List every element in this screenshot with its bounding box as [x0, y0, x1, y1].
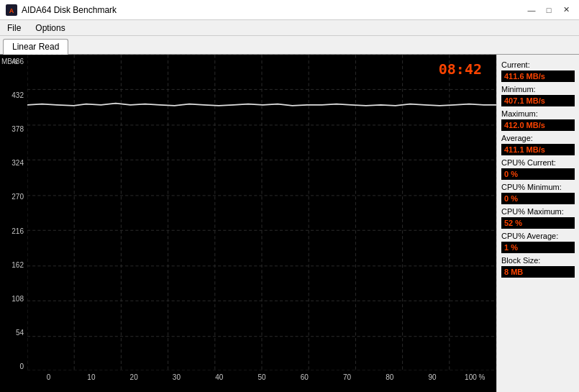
maximum-label: Maximum:: [501, 109, 575, 118]
x-label-100: 100 %: [454, 373, 496, 381]
cpu-average-value: 1 %: [501, 242, 575, 253]
current-label: Current:: [501, 60, 575, 69]
cpu-minimum-value: 0 %: [501, 193, 575, 204]
y-label-0: 0: [1, 363, 26, 370]
x-label-70: 70: [326, 373, 368, 381]
x-label-80: 80: [368, 373, 411, 381]
y-label-486: 486: [1, 58, 26, 65]
svg-text:A: A: [9, 7, 14, 14]
tab-linear-read[interactable]: Linear Read: [3, 39, 68, 55]
minimum-value: 407.1 MB/s: [501, 95, 575, 106]
average-value: 411.1 MB/s: [501, 144, 575, 155]
current-value: 411.6 MB/s: [501, 70, 575, 82]
y-label-432: 432: [1, 91, 26, 99]
y-label-162: 162: [1, 261, 26, 269]
cpu-maximum-label: CPU% Maximum:: [501, 207, 575, 216]
main-content: MB/s 486 432 378 324 270 216 162 108 54 …: [0, 55, 579, 392]
cpu-minimum-label: CPU% Minimum:: [501, 183, 575, 191]
x-label-20: 20: [113, 373, 155, 381]
cpu-current-value: 0 %: [501, 168, 575, 180]
menu-options[interactable]: Options: [28, 22, 72, 35]
chart-canvas: [27, 55, 496, 370]
tab-bar: Linear Read: [0, 36, 579, 55]
chart-area: MB/s 486 432 378 324 270 216 162 108 54 …: [0, 55, 496, 392]
menu-file[interactable]: File: [0, 22, 28, 35]
minimum-label: Minimum:: [501, 85, 575, 94]
average-label: Average:: [501, 134, 575, 142]
block-size-value: 8 MB: [501, 266, 575, 278]
menu-bar: File Options: [0, 20, 579, 36]
x-label-50: 50: [240, 373, 283, 381]
y-label-324: 324: [1, 159, 26, 167]
block-size-label: Block Size:: [501, 256, 575, 265]
minimize-button[interactable]: —: [524, 4, 539, 17]
x-label-40: 40: [198, 373, 240, 381]
x-label-10: 10: [70, 373, 112, 381]
app-icon: A: [6, 4, 17, 16]
y-label-108: 108: [1, 295, 26, 303]
title-bar-controls: — □ ✕: [524, 4, 573, 17]
stats-panel: Current: 411.6 MB/s Minimum: 407.1 MB/s …: [496, 55, 579, 392]
cpu-current-label: CPU% Current:: [501, 158, 575, 167]
y-label-216: 216: [1, 227, 26, 235]
x-label-90: 90: [411, 373, 453, 381]
title-bar: A AIDA64 Disk Benchmark — □ ✕: [0, 0, 579, 20]
chart-svg: [27, 55, 496, 370]
title-bar-left: A AIDA64 Disk Benchmark: [6, 4, 117, 16]
y-label-270: 270: [1, 193, 26, 201]
maximum-value: 412.0 MB/s: [501, 119, 575, 131]
x-label-30: 30: [155, 373, 198, 381]
window-title: AIDA64 Disk Benchmark: [22, 5, 117, 15]
y-label-378: 378: [1, 125, 26, 133]
maximize-button[interactable]: □: [542, 4, 556, 17]
y-axis: 486 432 378 324 270 216 162 108 54 0: [0, 55, 27, 370]
x-label-60: 60: [283, 373, 326, 381]
time-display: 08:42: [439, 60, 482, 78]
x-label-0: 0: [27, 373, 70, 381]
x-axis: 0 10 20 30 40 50 60 70 80 90 100 %: [27, 370, 496, 392]
cpu-average-label: CPU% Average:: [501, 232, 575, 240]
cpu-maximum-value: 52 %: [501, 217, 575, 229]
close-button[interactable]: ✕: [559, 4, 573, 17]
y-label-54: 54: [1, 329, 26, 337]
